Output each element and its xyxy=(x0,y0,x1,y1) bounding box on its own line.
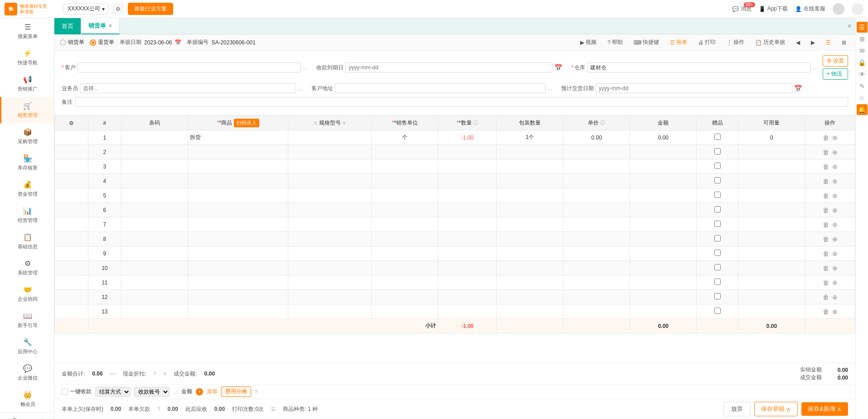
sales-order-radio[interactable]: 销货单 xyxy=(60,39,84,46)
account-dots[interactable]: ... xyxy=(173,389,178,395)
row-price[interactable] xyxy=(563,275,630,290)
row-delete-button[interactable]: 🗑 xyxy=(822,236,830,243)
due-date-calendar-icon[interactable]: 📅 xyxy=(554,64,562,71)
add-fee-button[interactable]: + xyxy=(196,388,203,395)
row-gift[interactable] xyxy=(697,232,738,246)
rp-message-button[interactable]: ✉ xyxy=(857,45,868,56)
row-barcode[interactable] xyxy=(121,203,188,217)
row-gift[interactable] xyxy=(697,290,738,304)
row-qty[interactable] xyxy=(438,290,497,304)
row-spec[interactable] xyxy=(288,232,372,246)
account-select[interactable]: 收款账号 xyxy=(134,387,170,397)
row-gift[interactable] xyxy=(697,159,738,174)
sidebar-item-enterprise[interactable]: 🤝 企业协同 xyxy=(0,281,54,307)
salesperson-dots[interactable]: ... xyxy=(298,85,302,92)
row-barcode[interactable] xyxy=(121,159,188,174)
row-qty[interactable] xyxy=(438,275,497,290)
rp-preview-button[interactable]: 👁 xyxy=(857,69,868,80)
row-gift[interactable] xyxy=(697,261,738,275)
row-barcode[interactable] xyxy=(121,188,188,203)
row-qty[interactable] xyxy=(438,232,497,246)
row-price[interactable] xyxy=(563,188,630,203)
list-view-button[interactable]: ☰ xyxy=(822,38,834,47)
prev-record-button[interactable]: ◀ xyxy=(792,38,804,47)
sidebar-item-quick-nav[interactable]: ⚡ 快捷导航 xyxy=(0,44,54,71)
sidebar-item-basic-info[interactable]: 📋 基础信息 xyxy=(0,228,54,255)
row-qty[interactable] xyxy=(438,159,497,174)
sidebar-item-wechat[interactable]: 💬 企业微信 xyxy=(0,360,54,386)
row-gift[interactable] xyxy=(697,188,738,203)
row-price[interactable]: 0.00 xyxy=(563,130,630,145)
sidebar-item-app-center[interactable]: 🔧 应用中心 xyxy=(0,333,54,360)
row-copy-button[interactable]: ⊕ xyxy=(831,279,839,286)
row-price[interactable] xyxy=(563,261,630,275)
tab-home[interactable]: 首页 xyxy=(54,18,81,34)
row-spec[interactable] xyxy=(288,130,372,145)
row-spec[interactable] xyxy=(288,188,372,203)
sidebar-settings-button[interactable]: ⚙ xyxy=(11,416,18,419)
date-value[interactable]: 2023-06-06 xyxy=(144,39,172,46)
grid-view-button[interactable]: ⊞ xyxy=(838,38,850,47)
fee-split-help-icon[interactable]: ? xyxy=(255,389,257,395)
row-barcode[interactable] xyxy=(121,217,188,232)
warehouse-dots[interactable]: ... xyxy=(813,64,817,71)
row-gift[interactable] xyxy=(697,130,738,145)
sidebar-item-inventory[interactable]: 🏪 库存核算 xyxy=(0,149,54,176)
user-avatar[interactable] xyxy=(833,3,844,15)
row-gift[interactable] xyxy=(697,174,738,188)
row-price[interactable] xyxy=(563,203,630,217)
expected-date-calendar-icon[interactable]: 📅 xyxy=(794,85,802,92)
row-barcode[interactable] xyxy=(121,130,188,145)
row-copy-button[interactable]: ⊕ xyxy=(831,192,839,199)
sidebar-item-system[interactable]: ⚙ 系统管理 xyxy=(0,255,54,281)
one-click-payment-checkbox[interactable]: 一键收款 xyxy=(62,388,92,395)
row-copy-button[interactable]: ⊕ xyxy=(831,149,839,156)
save-new-button[interactable]: 保存&新增 ∧ xyxy=(801,402,848,416)
number-value[interactable]: SA-20230606-001 xyxy=(211,39,255,46)
row-barcode[interactable] xyxy=(121,174,188,188)
video-button[interactable]: ▶ 视频 xyxy=(577,37,600,48)
user-avatar-2[interactable] xyxy=(852,3,863,15)
row-spec[interactable] xyxy=(288,174,372,188)
draft-chevron-icon[interactable]: ∧ xyxy=(786,406,791,413)
row-copy-button[interactable]: ⊕ xyxy=(831,250,839,257)
help-button[interactable]: ? 帮助 xyxy=(604,37,626,48)
filter-button[interactable]: ☰ 筛单 xyxy=(666,37,691,48)
sidebar-collapse-button[interactable]: ◀ xyxy=(37,416,43,419)
row-copy-button[interactable]: ⊕ xyxy=(831,265,839,272)
row-delete-button[interactable]: 🗑 xyxy=(822,221,830,228)
row-qty[interactable] xyxy=(438,203,497,217)
sidebar-item-sales[interactable]: 🛒 销售管理 xyxy=(0,97,54,123)
sidebar-item-marketing[interactable]: 📢 营销推广 xyxy=(0,71,54,97)
remark-input[interactable] xyxy=(75,97,848,107)
company-selector[interactable]: XXXXXX公司 ▾ xyxy=(63,3,109,14)
row-barcode[interactable] xyxy=(121,145,188,159)
message-button[interactable]: 💬 消息 99+ xyxy=(732,5,752,13)
row-spec[interactable] xyxy=(288,159,372,174)
shortcut-button[interactable]: ⌨ 快捷键 xyxy=(630,37,663,48)
save-chevron-icon[interactable]: ∧ xyxy=(837,406,842,413)
row-spec[interactable] xyxy=(288,145,372,159)
row-spec[interactable] xyxy=(288,261,372,275)
row-qty[interactable]: -1.00 xyxy=(438,130,497,145)
row-copy-button[interactable]: ⊕ xyxy=(831,178,839,185)
sidebar-item-purchase[interactable]: 📦 采购管理 xyxy=(0,123,54,149)
close-all-tabs-button[interactable]: × xyxy=(848,22,852,30)
trial-button[interactable]: 体验行业方案 xyxy=(128,3,173,15)
sidebar-item-search[interactable]: ☰ 搜索菜单 xyxy=(0,18,54,44)
row-gift[interactable] xyxy=(697,304,738,319)
row-qty[interactable] xyxy=(438,145,497,159)
save-draft-button[interactable]: 保存草稿 ∧ xyxy=(754,402,798,416)
fee-split-button[interactable]: 费用分摊 xyxy=(221,386,251,397)
logistics-button[interactable]: + 物流 xyxy=(823,68,848,80)
customer-address-input[interactable] xyxy=(335,83,546,93)
due-date-input[interactable] xyxy=(345,63,553,72)
row-barcode[interactable] xyxy=(121,261,188,275)
row-spec[interactable] xyxy=(288,246,372,261)
row-delete-button[interactable]: 🗑 xyxy=(822,265,830,272)
customer-dots[interactable]: ... xyxy=(303,64,307,71)
app-download-button[interactable]: 📱 App下载 xyxy=(759,5,788,13)
row-qty[interactable] xyxy=(438,304,497,319)
next-record-button[interactable]: ▶ xyxy=(807,38,819,47)
row-qty[interactable] xyxy=(438,246,497,261)
